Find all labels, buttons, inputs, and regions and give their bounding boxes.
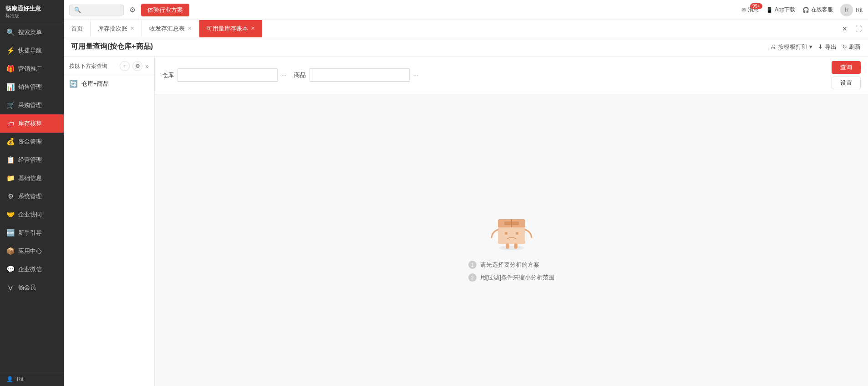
- appstore-icon: 📦: [6, 247, 15, 255]
- sidebar-item-sales[interactable]: 📊 销售管理: [0, 78, 64, 96]
- finance-icon: 💰: [6, 138, 15, 146]
- export-btn[interactable]: ⬇ 导出: [818, 43, 837, 51]
- sidebar-item-label-search: 搜索菜单: [18, 28, 42, 36]
- tabs-actions: ✕ ⛶: [839, 23, 868, 35]
- query-btn[interactable]: 查询: [832, 61, 861, 74]
- sidebar-item-basic[interactable]: 📁 基础信息: [0, 169, 64, 187]
- exp-btn[interactable]: 体验行业方案: [141, 4, 189, 16]
- sidebar-username: Rit: [17, 376, 24, 382]
- warehouse-more-btn[interactable]: ···: [281, 72, 287, 79]
- filter-header-icons: + ⚙ «: [120, 61, 149, 71]
- sidebar-item-enterprise[interactable]: 🤝 企业协同: [0, 206, 64, 224]
- sidebar-item-label-enterprise: 企业协同: [18, 211, 42, 219]
- filter-header-label: 按以下方案查询: [69, 62, 107, 70]
- sidebar-bottom-user[interactable]: 👤 Rit: [0, 372, 64, 386]
- tip-text-1: 请先选择要分析的方案: [480, 261, 539, 269]
- content-area: 按以下方案查询 + ⚙ « 🔄 仓库+商品 仓库 ···: [64, 57, 868, 386]
- message-icon: ✉: [741, 7, 746, 13]
- app-download-btn[interactable]: 📱 App下载: [766, 6, 795, 14]
- sidebar-item-shortcut[interactable]: ⚡ 快捷导航: [0, 41, 64, 60]
- svg-rect-7: [506, 243, 509, 249]
- sidebar-item-operation[interactable]: 📋 经营管理: [0, 151, 64, 169]
- logo-subtitle: 标准版: [5, 13, 58, 19]
- refresh-btn[interactable]: ↻ 刷新: [842, 43, 861, 51]
- sidebar-menu: 🔍 搜索菜单 ⚡ 快捷导航 🎁 营销推广 📊 销售管理 🛒 采购管理 🏷 库存核…: [0, 23, 64, 372]
- sidebar-item-label-purchase: 采购管理: [18, 101, 42, 109]
- filter-item-warehouse-product[interactable]: 🔄 仓库+商品: [64, 75, 154, 93]
- tab-batch-close[interactable]: ✕: [130, 26, 134, 31]
- tab-summary[interactable]: 收发存汇总表 ✕: [142, 20, 199, 37]
- sidebar-item-marketing[interactable]: 🎁 营销推广: [0, 60, 64, 78]
- tab-close-btn[interactable]: ✕: [839, 23, 851, 35]
- topbar-search-box[interactable]: 🔍: [69, 5, 124, 15]
- add-filter-btn[interactable]: +: [120, 61, 130, 71]
- tab-available[interactable]: 可用量库存账本 ✕: [199, 20, 263, 37]
- product-input[interactable]: [310, 68, 410, 82]
- tab-home-label: 首页: [71, 25, 83, 33]
- product-label: 商品: [294, 71, 306, 79]
- svg-point-5: [516, 232, 518, 235]
- online-service-btn[interactable]: 🎧 在线客服: [802, 6, 833, 14]
- sidebar-item-finance[interactable]: 💰 资金管理: [0, 133, 64, 151]
- svg-point-6: [499, 246, 524, 250]
- system-icon: ⚙: [6, 192, 15, 201]
- tab-home[interactable]: 首页: [64, 20, 91, 37]
- sidebar-item-purchase[interactable]: 🛒 采购管理: [0, 96, 64, 114]
- empty-state: 1 请先选择要分析的方案 2 用[过滤]条件来缩小分析范围: [155, 94, 868, 386]
- shortcut-icon: ⚡: [6, 46, 15, 55]
- sidebar-item-newbie[interactable]: 🆕 新手引导: [0, 224, 64, 242]
- tab-summary-close[interactable]: ✕: [188, 26, 192, 31]
- sidebar-item-label-operation: 经营管理: [18, 156, 42, 164]
- refresh-label: 刷新: [849, 43, 861, 51]
- sidebar-item-system[interactable]: ⚙ 系统管理: [0, 187, 64, 206]
- warehouse-input[interactable]: [178, 68, 278, 82]
- sidebar-item-search[interactable]: 🔍 搜索菜单: [0, 23, 64, 41]
- collapse-panel-btn[interactable]: «: [145, 62, 149, 70]
- tab-fullscreen-btn[interactable]: ⛶: [853, 23, 864, 35]
- empty-tip-1: 1 请先选择要分析的方案: [468, 261, 554, 269]
- print-chevron: ▾: [809, 43, 812, 50]
- service-label: 在线客服: [811, 6, 833, 14]
- product-field: 商品 ···: [294, 68, 419, 82]
- tab-available-label: 可用量库存账本: [207, 25, 248, 33]
- sidebar-item-inventory[interactable]: 🏷 库存核算: [0, 114, 64, 133]
- operation-icon: 📋: [6, 156, 15, 164]
- print-btn[interactable]: 🖨 按模板打印 ▾: [770, 43, 812, 51]
- empty-tip-2: 2 用[过滤]条件来缩小分析范围: [468, 273, 554, 282]
- tab-batch[interactable]: 库存批次账 ✕: [91, 20, 142, 37]
- tip-num-2: 2: [468, 273, 477, 282]
- message-btn[interactable]: ✉ 消息 99+: [741, 6, 759, 14]
- member-icon: V: [6, 284, 15, 292]
- tab-batch-label: 库存批次账: [98, 25, 127, 33]
- sidebar-item-label-system: 系统管理: [18, 192, 42, 201]
- user-profile[interactable]: R Rit: [840, 4, 863, 16]
- tab-available-close[interactable]: ✕: [251, 26, 255, 31]
- wechat-icon: 💬: [6, 265, 15, 273]
- print-icon: 🖨: [770, 43, 776, 50]
- warehouse-label: 仓库: [162, 71, 174, 79]
- right-panel: 仓库 ··· 商品 ··· 查询 设置: [155, 57, 868, 386]
- filter-settings-btn[interactable]: ⚙: [132, 61, 142, 71]
- query-settings-btn[interactable]: 设置: [832, 77, 861, 89]
- settings-icon[interactable]: ⚙: [127, 4, 137, 16]
- empty-tips: 1 请先选择要分析的方案 2 用[过滤]条件来缩小分析范围: [468, 261, 554, 282]
- topbar-right: ✉ 消息 99+ 📱 App下载 🎧 在线客服 R Rit: [741, 4, 863, 16]
- sidebar-item-label-inventory: 库存核算: [18, 119, 42, 128]
- sidebar-item-appstore[interactable]: 📦 应用中心: [0, 242, 64, 260]
- export-icon: ⬇: [818, 43, 823, 50]
- search-input[interactable]: [83, 7, 119, 13]
- svg-rect-8: [514, 243, 518, 249]
- service-icon: 🎧: [802, 7, 809, 13]
- sidebar-item-wechat[interactable]: 💬 企业微信: [0, 260, 64, 278]
- sidebar-item-member[interactable]: V 畅会员: [0, 278, 64, 297]
- sidebar-item-label-newbie: 新手引导: [18, 229, 42, 237]
- topbar: 🔍 ⚙ 体验行业方案 ✉ 消息 99+ 📱 App下载 🎧 在线客服 R: [64, 0, 868, 20]
- sidebar-item-label-marketing: 营销推广: [18, 65, 42, 73]
- warehouse-field: 仓库 ···: [162, 68, 287, 82]
- search-icon: 🔍: [6, 28, 15, 36]
- svg-point-4: [505, 232, 508, 235]
- print-label: 按模板打印: [778, 43, 807, 51]
- product-more-btn[interactable]: ···: [413, 72, 419, 79]
- sidebar-item-label-appstore: 应用中心: [18, 247, 42, 255]
- left-panel: 按以下方案查询 + ⚙ « 🔄 仓库+商品: [64, 57, 155, 386]
